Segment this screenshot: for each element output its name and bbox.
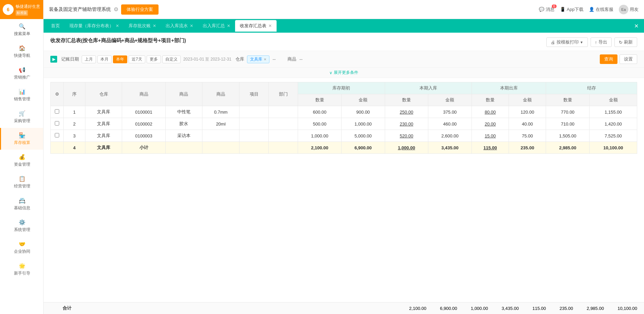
service-label: 在线客服 — [596, 6, 613, 13]
sidebar-item-guide[interactable]: 🌟 新手引导 — [0, 259, 43, 280]
more-btn[interactable]: 更多 — [147, 55, 161, 63]
prev-month-btn[interactable]: 上月 — [82, 55, 96, 63]
row-seq: 2 — [64, 118, 85, 130]
row-goods-name: 采访本 — [165, 130, 202, 142]
row-checkbox[interactable] — [51, 130, 64, 142]
subtotal-label: 小计 — [122, 142, 166, 154]
warehouse-tag-close[interactable]: ✕ — [264, 57, 266, 61]
th-balance-amt: 金额 — [590, 94, 637, 106]
sidebar-item-label: 采购管理 — [14, 118, 30, 124]
table-settings-header[interactable]: ⚙ — [51, 82, 64, 106]
row-checkbox[interactable] — [51, 118, 64, 130]
warehouse-more-dots[interactable]: ··· — [272, 56, 275, 63]
user-action[interactable]: Ea 用友 — [619, 5, 639, 14]
sidebar-item-search[interactable]: 🔍 搜索菜单 — [0, 19, 43, 41]
footer-out-qty: 115.00 — [532, 306, 546, 311]
subtotal-checkbox — [51, 142, 64, 154]
row-select-checkbox[interactable] — [55, 109, 59, 114]
experience-button[interactable]: 体验行业方案 — [121, 4, 159, 15]
tab-close-icon[interactable]: ✕ — [153, 23, 156, 28]
subtotal-balance-amt: 10,100.00 — [590, 142, 637, 154]
custom-btn[interactable]: 自定义 — [162, 55, 181, 63]
footer-out-amt: 235.00 — [560, 306, 573, 311]
export-button[interactable]: ↑ 导出 — [591, 37, 612, 47]
sidebar-item-sales[interactable]: 📊 销售管理 — [0, 84, 43, 106]
last-7days-btn[interactable]: 近7天 — [129, 55, 145, 63]
tab-label: 出入库汇总 — [203, 23, 225, 29]
online-service-action[interactable]: 👤 在线客服 — [589, 6, 613, 13]
tab-batch-ledger[interactable]: 库存批次账 ✕ — [124, 20, 161, 32]
page-header-actions: 🖨 按模板打印 ▼ ↑ 导出 ↻ 刷新 — [546, 37, 637, 47]
tab-in-out-summary[interactable]: 出入库汇总 ✕ — [198, 20, 235, 32]
settings-button[interactable]: 设置 — [620, 54, 637, 64]
row-checkbox[interactable] — [51, 106, 64, 118]
row-opening-amt: 1,000.00 — [341, 118, 385, 130]
refresh-button[interactable]: ↻ 刷新 — [614, 37, 637, 47]
sidebar-item-label: 销售管理 — [14, 96, 30, 102]
row-in-qty[interactable]: 250.00 — [385, 106, 428, 118]
row-select-checkbox[interactable] — [55, 133, 59, 137]
tab-close-icon[interactable]: ✕ — [227, 23, 230, 28]
th-out-group: 本期出库 — [472, 82, 546, 94]
tab-receive-send[interactable]: 收发存汇总表 ✕ — [235, 20, 277, 32]
tab-close-icon[interactable]: ✕ — [190, 23, 193, 28]
footer-balance-qty: 2,985.00 — [587, 306, 604, 311]
print-button[interactable]: 🖨 按模板打印 ▼ — [546, 37, 588, 47]
user-label: 用友 — [630, 6, 639, 13]
tab-inventory-dist[interactable]: 现存量（库存分布表） ✕ — [65, 20, 124, 32]
subtotal-out-qty[interactable]: 115.00 — [472, 142, 509, 154]
filter-arrow-button[interactable]: ▶ — [50, 56, 57, 63]
search-icon: 🔍 — [19, 23, 26, 30]
subtotal-opening-amt: 6,900.00 — [341, 142, 385, 154]
message-badge: 6 — [552, 4, 557, 8]
sidebar-item-enterprise[interactable]: 🤝 企业协同 — [0, 237, 43, 259]
row-out-qty[interactable]: 80.00 — [472, 106, 509, 118]
th-opening-amt: 金额 — [341, 94, 385, 106]
row-out-qty[interactable]: 20.00 — [472, 118, 509, 130]
sidebar-item-inventory[interactable]: 🏪 库存核算 — [0, 128, 43, 150]
table-row: 1 文具库 0100001 中性笔 0.7mm 600.00 900.00 25… — [51, 106, 637, 118]
table-row: 3 文具库 0100003 采访本 1,000.00 5,000.00 520.… — [51, 130, 637, 142]
sidebar-item-purchase[interactable]: 🛒 采购管理 — [0, 106, 43, 128]
date-filter-section: 记账日期 上月 本月 本年 近7天 更多 自定义 2023-01-01 至 20… — [61, 55, 231, 63]
goods-more-dots[interactable]: ··· — [299, 56, 302, 63]
this-year-btn[interactable]: 本年 — [113, 55, 127, 63]
finance-icon: 💰 — [19, 154, 26, 160]
sidebar-item-label: 快捷导航 — [14, 53, 30, 59]
subtotal-in-qty[interactable]: 1,000.00 — [385, 142, 428, 154]
row-goods-code: 0100002 — [122, 118, 166, 130]
row-opening-amt: 5,000.00 — [341, 130, 385, 142]
print-icon: 🖨 — [551, 40, 555, 45]
subtotal-row: 4 文具库 小计 2,100.00 6,900.00 1,000.00 3,43… — [51, 142, 637, 154]
tab-close-icon[interactable]: ✕ — [116, 23, 119, 28]
row-warehouse: 文具库 — [85, 130, 122, 142]
sidebar-item-finance[interactable]: 💰 资金管理 — [0, 150, 43, 171]
page-header: 收发存汇总表(按仓库+商品编码+商品+规格型号+项目+部门) 🖨 按模板打印 ▼… — [44, 33, 644, 51]
this-month-btn[interactable]: 本月 — [97, 55, 112, 63]
row-out-qty[interactable]: 15.00 — [472, 130, 509, 142]
sidebar-item-operations[interactable]: 📋 经营管理 — [0, 171, 43, 193]
tab-home[interactable]: 首页 — [46, 20, 65, 32]
sidebar-item-label: 基础信息 — [14, 205, 30, 211]
message-action[interactable]: 💬 消息 6 — [539, 6, 555, 13]
tab-bar-close-button[interactable]: ✕ — [631, 21, 641, 31]
expand-more-button[interactable]: ∨ 展开更多条件 — [329, 70, 358, 76]
app-icon: 📱 — [560, 7, 565, 12]
row-warehouse: 文具库 — [85, 106, 122, 118]
tab-bar: 首页 现存量（库存分布表） ✕ 库存批次账 ✕ 出入库流水 ✕ 出入库汇总 ✕ … — [44, 19, 644, 33]
tab-label: 收发存汇总表 — [240, 23, 266, 29]
row-in-qty[interactable]: 230.00 — [385, 118, 428, 130]
sidebar-item-base-info[interactable]: 📇 基础信息 — [0, 193, 43, 215]
tab-in-out-flow[interactable]: 出入库流水 ✕ — [161, 20, 198, 32]
app-download-action[interactable]: 📱 App下载 — [560, 6, 583, 13]
sidebar-item-system[interactable]: ⚙️ 系统管理 — [0, 215, 43, 237]
sidebar-item-quick-nav[interactable]: 🏠 快捷导航 — [0, 41, 43, 63]
row-select-checkbox[interactable] — [55, 121, 59, 126]
query-button[interactable]: 查询 — [600, 54, 617, 64]
warehouse-tag: 文具库 ✕ — [247, 55, 269, 63]
tab-close-icon[interactable]: ✕ — [268, 23, 272, 28]
sidebar-item-marketing[interactable]: 📢 营销推广 — [0, 63, 43, 84]
app-label: App下载 — [567, 6, 583, 13]
gear-icon[interactable]: ⚙ — [114, 6, 118, 13]
row-in-qty[interactable]: 520.00 — [385, 130, 428, 142]
